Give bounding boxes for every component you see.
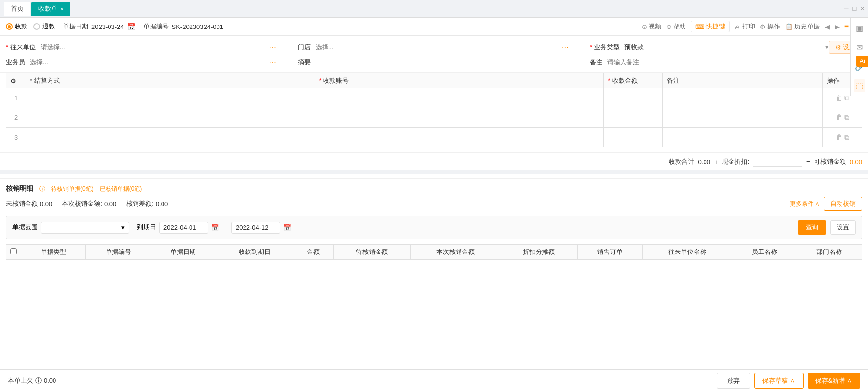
copy-icon-3[interactable]: ⧉ [844,133,849,141]
hx-title: 核销明细 [6,184,33,193]
list-layout-icon[interactable]: ≡ [844,21,849,32]
amount-cell-1[interactable] [604,88,663,108]
ai-label: Ai [859,57,865,65]
more-filter-btn[interactable]: 更多条件 ∧ [790,200,820,208]
sidebar-expand-icon[interactable]: ⬚ [854,79,865,92]
partner-input[interactable] [39,42,268,52]
hx-filter-right: 查询 设置 [798,220,856,235]
receipt-table: ⚙ * 结算方式 * 收款账号 * 收款金额 备注 操作 [6,73,862,147]
row-num-2: 2 [6,108,26,128]
due-date-end[interactable] [231,222,280,234]
delete-icon-1[interactable]: 🗑 [836,94,842,102]
store-input[interactable] [314,42,560,52]
amount-cell-3[interactable] [604,128,663,147]
partner-label: 往来单位 [6,43,39,52]
video-tool[interactable]: ⊙ 视频 [642,22,661,31]
salesperson-input[interactable] [28,57,268,67]
right-tools: ⊙ 视频 ⊙ 帮助 ⌨ 快捷键 🖨 打印 ⚙ 操作 📋 历史单据 [642,21,862,32]
table-row: 2 🗑 ⧉ [6,108,862,128]
form-row-1: 往来单位 ··· 门店 ··· 业务类型 预收款 ▾ ⚙ [6,41,862,54]
range-select[interactable]: ▾ [41,222,129,234]
calendar-icon[interactable]: 📅 [127,23,136,30]
nav-prev-icon[interactable]: ◀ [825,23,830,30]
limit-info-icon[interactable]: ⓘ [35,376,42,385]
abandon-btn[interactable]: 放弃 [717,373,750,389]
salesperson-more-btn[interactable]: ··· [268,58,278,67]
copy-icon-2[interactable]: ⧉ [844,113,849,122]
radio-refund[interactable]: 退款 [33,22,55,31]
form-section: 往来单位 ··· 门店 ··· 业务类型 预收款 ▾ ⚙ [0,36,868,73]
delete-icon-2[interactable]: 🗑 [836,113,842,122]
operations-icon: ⚙ [760,23,766,30]
notes-cell-2[interactable] [663,108,823,128]
table-section: ⚙ * 结算方式 * 收款账号 * 收款金额 备注 操作 [0,73,868,152]
limit-value: 0.00 [44,377,56,384]
equals-sign: = [806,158,810,166]
form-row-2: 业务员 ··· 摘要 备注 [6,57,862,67]
ai-btn[interactable]: Ai [856,56,868,67]
th-employee-name: 员工名称 [732,245,797,260]
tab-close-icon[interactable]: × [60,2,63,16]
amount-cell-2[interactable] [604,108,663,128]
save-draft-btn[interactable]: 保存草稿 ∧ [754,373,804,389]
window-controls: ─ □ × [844,5,864,12]
business-type-field: 业务类型 预收款 ▾ ⚙ 设置 [590,41,862,54]
radio-receipt[interactable]: 收款 [6,22,27,31]
business-type-label: 业务类型 [590,43,623,52]
th-notes: 备注 [663,73,823,88]
bill-number-value: SK-20230324-001 [172,23,224,30]
help-tool[interactable]: ⊙ 帮助 [666,22,686,31]
toolbar-row: 收款 退款 单据日期 2023-03-24 📅 单据编号 SK-20230324… [0,18,868,36]
discount-input[interactable] [753,157,802,167]
business-type-select[interactable]: 预收款 ▾ [623,42,829,53]
th-receipt-amount: * 收款金额 [604,73,663,88]
tab-home[interactable]: 首页 [4,2,30,16]
history-tool[interactable]: 📋 历史单据 [785,22,820,31]
store-more-btn[interactable]: ··· [560,43,570,52]
settlement-cell-2[interactable] [26,108,315,128]
hx-pending-tab[interactable]: 待核销单据(0笔) [51,185,94,193]
shortcut-btn[interactable]: ⌨ 快捷键 [691,21,730,32]
notes-input[interactable] [605,57,862,67]
th-bill-date: 单据日期 [151,245,216,260]
close-icon[interactable]: × [860,5,864,12]
notes-cell-3[interactable] [663,128,823,147]
end-calendar-icon[interactable]: 📅 [283,224,291,231]
copy-icon-1[interactable]: ⧉ [844,94,849,102]
due-date-field: 到期日 📅 — 📅 [137,222,291,234]
settlement-cell-3[interactable] [26,128,315,147]
account-cell-1[interactable] [315,88,604,108]
delete-icon-3[interactable]: 🗑 [836,133,842,141]
query-btn[interactable]: 查询 [798,220,826,235]
settlement-cell-1[interactable] [26,88,315,108]
print-tool[interactable]: 🖨 打印 [734,22,755,31]
date-separator: — [222,224,228,231]
sidebar-mail-icon[interactable]: ✉ [854,41,865,54]
summary-input[interactable] [314,57,570,67]
radio-refund-dot [33,23,40,30]
due-date-start[interactable] [159,222,208,234]
business-type-arrow: ▾ [825,43,829,51]
tab-receipt[interactable]: 收款单 × [31,2,70,16]
start-calendar-icon[interactable]: 📅 [211,224,219,231]
partner-more-btn[interactable]: ··· [268,43,278,52]
account-cell-2[interactable] [315,108,604,128]
auto-hx-btn[interactable]: 自动核销 [824,197,862,211]
nav-next-icon[interactable]: ▶ [835,23,840,30]
sidebar-table-icon[interactable]: ▣ [854,22,865,35]
diff-value: 0.00 [156,200,168,208]
account-cell-3[interactable] [315,128,604,147]
table-row: 3 🗑 ⧉ [6,128,862,147]
notes-cell-1[interactable] [663,88,823,108]
th-gear[interactable]: ⚙ [6,73,26,88]
maximize-icon[interactable]: □ [853,5,857,12]
save-new-btn[interactable]: 保存&新增 ∧ [808,373,860,389]
select-all-checkbox[interactable] [10,248,17,254]
print-icon: 🖨 [734,23,741,30]
operations-tool[interactable]: ⚙ 操作 [760,22,780,31]
tab-home-label: 首页 [11,5,24,12]
hx-completed-tab[interactable]: 已核销单据(0笔) [100,185,142,193]
hx-settings-btn[interactable]: 设置 [830,220,856,235]
minimize-icon[interactable]: ─ [844,5,848,12]
hx-info-icon[interactable]: ⓘ [39,185,45,193]
